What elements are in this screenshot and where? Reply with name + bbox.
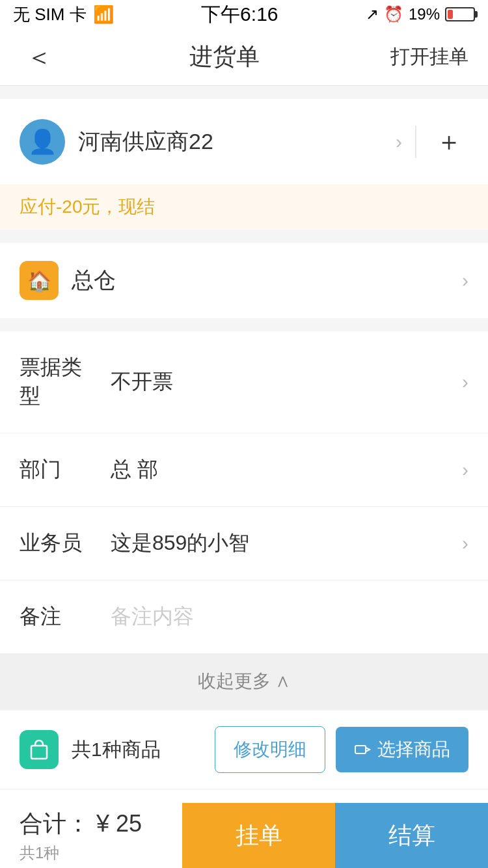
- chevron-right-icon: ›: [462, 532, 468, 554]
- divider-2: [0, 230, 488, 243]
- total-value: ¥ 25: [96, 810, 142, 837]
- shopping-bag-icon: [27, 738, 51, 761]
- department-row[interactable]: 部门 总 部 ›: [0, 433, 488, 507]
- warehouse-name: 总仓: [72, 265, 455, 295]
- salesperson-row[interactable]: 业务员 这是859的小智 ›: [0, 507, 488, 580]
- chevron-right-icon: ›: [462, 371, 468, 393]
- supplier-name: 河南供应商22: [78, 127, 389, 157]
- department-label: 部门: [20, 455, 98, 484]
- total-label: 合计：: [20, 810, 90, 837]
- salesperson-label: 业务员: [20, 529, 98, 558]
- warehouse-icon: 🏠: [20, 261, 59, 300]
- edit-detail-button[interactable]: 修改明细: [215, 726, 325, 773]
- chevron-right-icon: ›: [396, 131, 402, 153]
- status-right: ↗ ⏰ 19%: [366, 5, 475, 23]
- bottom-bar: 合计： ¥ 25 共1种 挂单 结算: [0, 803, 488, 868]
- back-button[interactable]: ＜: [20, 33, 59, 81]
- supplier-row[interactable]: 👤 河南供应商22 › ＋: [0, 99, 488, 184]
- open-hang-button[interactable]: 打开挂单: [390, 44, 468, 70]
- battery-percent: 19%: [409, 5, 440, 23]
- invoice-type-row[interactable]: 票据类型 不开票 ›: [0, 331, 488, 433]
- svg-rect-1: [355, 746, 366, 753]
- status-carrier: 无 SIM 卡 📶: [13, 3, 114, 26]
- svg-rect-0: [31, 746, 47, 759]
- total-section: 合计： ¥ 25 共1种: [0, 808, 182, 863]
- product-icon: [20, 730, 59, 769]
- form-section: 票据类型 不开票 › 部门 总 部 › 业务员 这是859的小智 › 备注 备注…: [0, 331, 488, 653]
- status-bar: 无 SIM 卡 📶 下午6:16 ↗ ⏰ 19%: [0, 0, 488, 29]
- warehouse-card[interactable]: 🏠 总仓 ›: [0, 243, 488, 318]
- select-product-button[interactable]: 选择商品: [336, 727, 468, 772]
- warehouse-row[interactable]: 🏠 总仓 ›: [0, 243, 488, 318]
- chevron-right-icon: ›: [462, 269, 468, 292]
- invoice-type-value: 不开票: [111, 368, 455, 396]
- avatar: 👤: [20, 119, 65, 165]
- checkout-button[interactable]: 结算: [335, 803, 488, 868]
- remark-placeholder: 备注内容: [111, 603, 468, 631]
- chevron-right-icon: ›: [462, 459, 468, 481]
- alarm-icon: ⏰: [384, 5, 403, 23]
- wifi-icon: 📶: [93, 5, 114, 25]
- product-header: 共1种商品 修改明细 选择商品: [0, 711, 488, 789]
- battery-icon: [445, 7, 475, 21]
- add-supplier-button[interactable]: ＋: [429, 117, 468, 166]
- status-time: 下午6:16: [201, 1, 278, 28]
- vertical-divider: [415, 126, 416, 158]
- select-product-label: 选择商品: [377, 737, 450, 762]
- remark-row[interactable]: 备注 备注内容: [0, 580, 488, 653]
- carrier-text: 无 SIM 卡: [13, 3, 87, 26]
- nav-bar: ＜ 进货单 打开挂单: [0, 29, 488, 86]
- remark-label: 备注: [20, 603, 98, 631]
- alert-banner: 应付-20元，现结: [0, 184, 488, 230]
- hang-button[interactable]: 挂单: [182, 803, 335, 868]
- product-count: 共1种商品: [72, 737, 215, 763]
- collapse-bar[interactable]: 收起更多 ∧: [0, 653, 488, 709]
- salesperson-value: 这是859的小智: [111, 529, 455, 558]
- total-amount: 合计： ¥ 25: [20, 808, 163, 840]
- department-value: 总 部: [111, 455, 455, 484]
- invoice-type-label: 票据类型: [20, 353, 98, 411]
- divider-1: [0, 86, 488, 99]
- total-count: 共1种: [20, 843, 163, 863]
- location-icon: ↗: [366, 5, 379, 23]
- select-icon: [354, 740, 372, 759]
- supplier-card: 👤 河南供应商22 › ＋ 应付-20元，现结: [0, 99, 488, 230]
- page-title: 进货单: [189, 41, 260, 73]
